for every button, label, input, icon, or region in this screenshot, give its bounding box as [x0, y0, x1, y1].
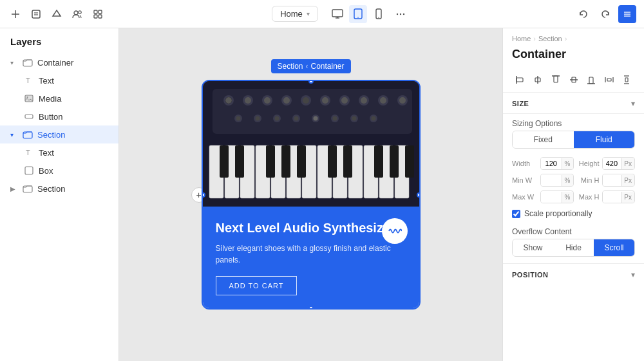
media-icon [23, 93, 35, 104]
users-icon[interactable] [70, 6, 85, 22]
maxh-label: Max H [576, 193, 600, 201]
section-breadcrumb[interactable]: Section ‹ Container [270, 59, 350, 73]
svg-point-20 [400, 13, 401, 14]
home-tab-label: Home [280, 9, 303, 19]
components-icon[interactable] [49, 6, 64, 22]
align-top-button[interactable] [547, 71, 564, 88]
add-icon[interactable] [8, 6, 23, 22]
resize-handle-mr[interactable] [417, 192, 421, 198]
button-icon [23, 111, 35, 122]
sidebar-item-text1[interactable]: T Text [0, 71, 118, 89]
canvas-inner: Section ‹ Container + [202, 80, 421, 310]
breadcrumb-section[interactable]: Section [538, 35, 562, 42]
mobile-icon[interactable] [370, 5, 388, 23]
text2-icon: T [23, 147, 35, 158]
tablet-icon[interactable] [349, 5, 367, 23]
settings-button[interactable] [618, 5, 636, 23]
sidebar-item-section1[interactable]: ▾ Section [0, 125, 118, 143]
maxw-unit: % [562, 192, 573, 203]
svg-rect-89 [281, 145, 290, 178]
position-section-arrow: ▾ [631, 270, 635, 279]
minh-input-wrapper: Px [602, 174, 636, 187]
device-icons [328, 5, 408, 23]
minh-unit: Px [621, 175, 634, 186]
pages-icon[interactable] [28, 6, 44, 22]
grid-icon[interactable] [90, 6, 106, 22]
desktop-icon[interactable] [328, 5, 346, 23]
folder-icon [22, 57, 33, 68]
sidebar-item-container[interactable]: ▾ Container [0, 53, 118, 71]
scale-checkbox[interactable] [512, 210, 520, 218]
position-section-header[interactable]: POSITION ▾ [503, 263, 644, 284]
fluid-button[interactable]: Fluid [574, 131, 635, 148]
sizing-toggle: Fixed Fluid [512, 131, 635, 149]
section2-folder-icon [22, 183, 33, 194]
fixed-button[interactable]: Fixed [513, 131, 574, 148]
synth-background [203, 81, 419, 207]
section2-label: Section [37, 184, 65, 194]
align-left-button[interactable] [512, 71, 529, 88]
card-add-to-cart-button[interactable]: ADD TO CART [216, 276, 298, 295]
svg-rect-87 [235, 145, 244, 178]
expand-icon3: ▶ [10, 185, 18, 192]
align-bottom-button[interactable] [583, 71, 600, 88]
align-center-h-button[interactable] [530, 71, 547, 88]
resize-handle-bc[interactable] [308, 306, 314, 310]
minh-input[interactable] [603, 174, 621, 186]
sidebar-item-section2[interactable]: ▶ Section [0, 180, 118, 198]
redo-button[interactable] [596, 5, 614, 23]
topbar-right [574, 5, 636, 23]
svg-point-46 [303, 97, 309, 104]
sidebar-item-box[interactable]: Box [0, 162, 118, 180]
height-input[interactable] [603, 158, 621, 169]
scroll-overflow-button[interactable]: Scroll [594, 239, 634, 256]
section-crumb: Section [277, 62, 303, 71]
svg-point-7 [79, 10, 81, 13]
svg-marker-5 [53, 10, 61, 16]
box-icon [23, 165, 35, 176]
text2-label: Text [39, 148, 54, 158]
text-icon: T [23, 75, 35, 86]
sidebar-item-media[interactable]: Media [0, 89, 118, 107]
width-label: Width [512, 160, 538, 167]
svg-point-18 [378, 17, 379, 18]
svg-rect-9 [99, 10, 102, 14]
panel-title: Container [503, 45, 644, 68]
minw-input[interactable] [541, 174, 562, 186]
width-input[interactable] [541, 158, 562, 169]
resize-handle-br[interactable] [417, 306, 421, 310]
undo-button[interactable] [574, 5, 592, 23]
svg-point-16 [357, 17, 359, 18]
resize-handle-bl[interactable] [202, 306, 205, 310]
topbar: Home ▾ [0, 0, 644, 28]
home-tab-caret: ▾ [307, 10, 310, 17]
main-layout: Layers ▾ Container T Text Media [0, 28, 644, 361]
size-section-header[interactable]: SIZE ▾ [503, 93, 644, 114]
hide-overflow-button[interactable]: Hide [553, 239, 594, 256]
sidebar-item-text2[interactable]: T Text [0, 143, 118, 162]
sidebar-item-button[interactable]: Button [0, 107, 118, 125]
distribute-h-button[interactable] [601, 71, 618, 88]
distribute-v-button[interactable] [618, 71, 635, 88]
svg-rect-95 [405, 145, 414, 178]
minw-unit: % [562, 175, 573, 186]
maxh-input[interactable] [603, 191, 621, 203]
breadcrumb-arrow1: › [533, 35, 536, 42]
maxw-input[interactable] [541, 191, 562, 203]
width-input-wrapper: % [540, 157, 574, 170]
position-section-label: POSITION [512, 271, 549, 279]
overflow-content-label: Overflow Content [503, 222, 644, 239]
svg-rect-86 [220, 145, 229, 178]
svg-rect-8 [94, 10, 97, 14]
svg-rect-102 [554, 76, 558, 82]
svg-rect-91 [328, 145, 337, 178]
align-middle-button[interactable] [565, 71, 582, 88]
more-icon[interactable] [393, 6, 408, 22]
container-crumb: Container [311, 62, 345, 71]
show-overflow-button[interactable]: Show [513, 239, 553, 256]
svg-point-38 [225, 97, 232, 104]
sizing-options-label: Sizing Options [503, 114, 644, 131]
breadcrumb-home[interactable]: Home [512, 35, 531, 42]
svg-point-21 [403, 13, 404, 14]
home-tab[interactable]: Home ▾ [272, 6, 318, 22]
